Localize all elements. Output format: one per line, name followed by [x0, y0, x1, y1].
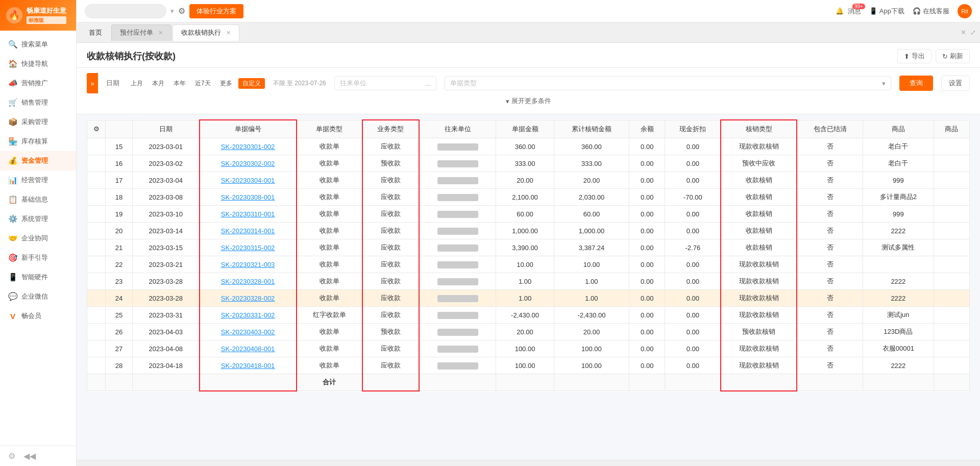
expand-conditions-btn[interactable]: ▾ 展开更多条件 — [506, 96, 551, 106]
partner-filter[interactable]: 往来单位 ... — [334, 76, 436, 90]
sidebar-settings-icon[interactable]: ⚙ — [8, 451, 15, 461]
sidebar-item-basic[interactable]: 📋 基础信息 — [0, 190, 76, 209]
row-docno[interactable]: SK-20230408-001 — [200, 340, 297, 357]
row-docno[interactable]: SK-20230308-001 — [200, 189, 297, 206]
sidebar-item-quick-nav[interactable]: 🏠 快捷导航 — [0, 54, 76, 73]
horizontal-scrollbar[interactable] — [77, 460, 980, 466]
doc-no-link[interactable]: SK-20230304-001 — [221, 177, 275, 184]
doc-no-link[interactable]: SK-20230408-001 — [221, 345, 275, 353]
col-cumulative-header[interactable]: 累计核销金额 — [554, 120, 629, 138]
col-goods2-header[interactable]: 商品 — [934, 120, 969, 138]
doc-no-link[interactable]: SK-20230310-001 — [221, 210, 275, 218]
col-partner-header[interactable]: 往来单位 — [419, 120, 496, 138]
sidebar-item-purchase[interactable]: 📦 采购管理 — [0, 112, 76, 132]
sidebar-item-wechat[interactable]: 💬 企业微信 — [0, 287, 76, 306]
row-docno[interactable]: SK-20230301-002 — [200, 138, 297, 155]
row-balance: 0.00 — [629, 324, 665, 340]
custom-date-btn[interactable]: 自定义 — [238, 78, 265, 89]
col-biztype-header[interactable]: 业务类型 — [362, 120, 419, 138]
tab-prepay-label: 预付应付单 — [120, 28, 153, 37]
tab-prepay[interactable]: 预付应付单 ✕ — [111, 24, 172, 41]
tab-maximize-icon[interactable]: ⤢ — [970, 29, 976, 36]
row-docno[interactable]: SK-20230331-002 — [200, 307, 297, 324]
row-docno[interactable]: SK-20230321-003 — [200, 256, 297, 273]
doc-no-link[interactable]: SK-20230308-001 — [221, 193, 275, 201]
notification-badge[interactable]: 🔔 99+ 消息 — [836, 7, 861, 16]
filter-toggle-btn[interactable]: » — [87, 73, 98, 93]
row-docno[interactable]: SK-20230328-002 — [200, 290, 297, 307]
doc-no-link[interactable]: SK-20230302-002 — [221, 160, 275, 167]
row-docno[interactable]: SK-20230315-002 — [200, 239, 297, 256]
online-support[interactable]: 🎧 在线客服 — [913, 7, 949, 16]
tab-collection[interactable]: 收款核销执行 ✕ — [173, 24, 239, 41]
col-discount-header[interactable]: 现金折扣 — [665, 120, 721, 138]
col-balance-header[interactable]: 余额 — [629, 120, 665, 138]
doc-no-link[interactable]: SK-20230301-002 — [221, 143, 275, 151]
row-partner — [419, 273, 496, 290]
doc-no-link[interactable]: SK-20230328-002 — [221, 295, 275, 302]
col-docno-header[interactable]: 单据编号 — [200, 120, 297, 138]
row-docno[interactable]: SK-20230403-002 — [200, 324, 297, 340]
sidebar-item-marketing[interactable]: 📣 营销推广 — [0, 73, 76, 93]
col-settled-header[interactable]: 包含已结清 — [797, 120, 863, 138]
sidebar-item-finance[interactable]: 💰 资金管理 — [0, 151, 76, 170]
row-partner — [419, 189, 496, 206]
sidebar-item-sales[interactable]: 🛒 销售管理 — [0, 93, 76, 112]
user-avatar[interactable]: Rit — [958, 4, 972, 18]
row-docno[interactable]: SK-20230418-001 — [200, 357, 297, 374]
query-button[interactable]: 查询 — [899, 76, 933, 91]
doc-no-link[interactable]: SK-20230328-001 — [221, 278, 275, 285]
doc-no-link[interactable]: SK-20230418-001 — [221, 362, 275, 370]
row-docno[interactable]: SK-20230314-001 — [200, 223, 297, 239]
table-settings-icon[interactable]: ⚙ — [93, 125, 100, 133]
row-goods: 2222 — [863, 357, 934, 374]
row-docno[interactable]: SK-20230304-001 — [200, 172, 297, 189]
export-button[interactable]: ⬆ 导出 — [897, 49, 932, 63]
type-filter[interactable]: 单据类型 ▾ — [445, 76, 891, 90]
sidebar-item-member[interactable]: V 畅会员 — [0, 306, 76, 326]
sidebar-item-newbie[interactable]: 🎯 新手引导 — [0, 248, 76, 267]
sidebar-item-ops[interactable]: 📊 经营管理 — [0, 170, 76, 190]
sidebar-item-system[interactable]: ⚙️ 系统管理 — [0, 209, 76, 229]
doc-no-link[interactable]: SK-20230321-003 — [221, 261, 275, 268]
more-dates-btn[interactable]: 更多 — [217, 78, 235, 89]
tab-home[interactable]: 首页 — [81, 24, 110, 41]
sidebar-item-corp[interactable]: 🤝 企业协同 — [0, 229, 76, 248]
row-date: 2023-04-08 — [132, 340, 199, 357]
last-7days-btn[interactable]: 近7天 — [192, 78, 214, 89]
last-month-btn[interactable]: 上月 — [128, 78, 146, 89]
solution-button[interactable]: 体验行业方案 — [189, 4, 243, 18]
doc-no-link[interactable]: SK-20230315-002 — [221, 244, 275, 252]
filter-settings-button[interactable]: 设置 — [941, 76, 970, 91]
col-goods-header[interactable]: 商品 — [863, 120, 934, 138]
sidebar-item-inventory[interactable]: 🏪 库存核算 — [0, 132, 76, 151]
doc-no-link[interactable]: SK-20230314-001 — [221, 227, 275, 235]
doc-no-link[interactable]: SK-20230403-002 — [221, 328, 275, 336]
gear-icon[interactable]: ⚙ — [178, 6, 185, 16]
refresh-button[interactable]: ↻ 刷新 — [936, 49, 970, 63]
row-settled: 否 — [797, 307, 863, 324]
row-docno[interactable]: SK-20230328-001 — [200, 273, 297, 290]
table-row: 252023-03-31SK-20230331-002红字收款单应收款-2,43… — [87, 307, 970, 324]
tab-prepay-close-icon[interactable]: ✕ — [158, 30, 163, 36]
dropdown-arrow-icon[interactable]: ▾ — [170, 7, 174, 15]
row-docno[interactable]: SK-20230302-002 — [200, 155, 297, 172]
col-doctype-header[interactable]: 单据类型 — [297, 120, 363, 138]
tab-collection-close-icon[interactable]: ✕ — [226, 30, 231, 36]
col-date-header[interactable]: 日期 — [132, 120, 199, 138]
sidebar-item-search[interactable]: 🔍 搜索菜单 — [0, 35, 76, 54]
row-goods: 测试jun — [863, 307, 934, 324]
sidebar-item-hardware[interactable]: 📱 智能硬件 — [0, 267, 76, 287]
this-year-btn[interactable]: 本年 — [170, 78, 189, 89]
col-settings-header[interactable]: ⚙ — [87, 120, 106, 138]
sidebar-collapse-icon[interactable]: ◀◀ — [23, 451, 36, 461]
row-docno[interactable]: SK-20230310-001 — [200, 206, 297, 223]
row-canceltype: 现款收款核销 — [721, 273, 797, 290]
tab-close-all-icon[interactable]: ✕ — [961, 29, 966, 36]
doc-no-link[interactable]: SK-20230331-002 — [221, 311, 275, 319]
this-month-btn[interactable]: 本月 — [149, 78, 167, 89]
col-amount-header[interactable]: 单据金额 — [496, 120, 554, 138]
col-canceltype-header[interactable]: 核销类型 — [721, 120, 797, 138]
row-biztype: 应收款 — [362, 273, 419, 290]
app-download[interactable]: 📱 App下载 — [869, 7, 904, 16]
